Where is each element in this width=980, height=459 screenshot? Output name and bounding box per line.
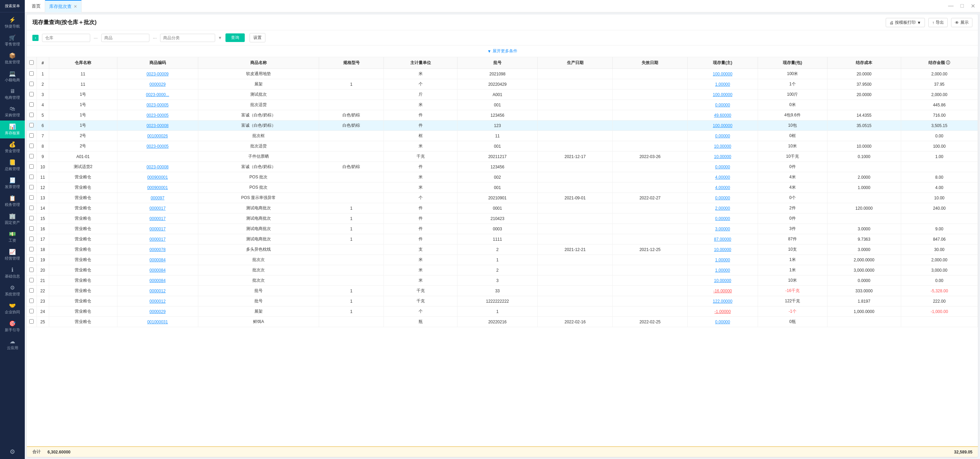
tab-home[interactable]: 首页 bbox=[27, 0, 45, 13]
table-container[interactable]: # 仓库名称 商品编码 商品名称 规格型号 主计量单位 批号 生产日期 失效日期… bbox=[27, 57, 978, 446]
category-dropdown-icon[interactable]: ▼ bbox=[218, 35, 222, 40]
expand-conditions-button[interactable]: ▼ 展开更多条件 bbox=[485, 47, 520, 56]
row-qty-main[interactable]: 122.00000 bbox=[687, 296, 757, 306]
row-checkbox[interactable] bbox=[29, 185, 34, 190]
row-qty-main[interactable]: 4.00000 bbox=[687, 183, 757, 193]
row-qty-main[interactable]: 0.00000 bbox=[687, 214, 757, 224]
row-qty-main[interactable]: 0.00000 bbox=[687, 131, 757, 141]
row-checkbox[interactable] bbox=[29, 309, 34, 313]
table-row[interactable]: 8 2号 0023-00005 批次适货 米 001 10.00000 10米 … bbox=[27, 141, 978, 151]
row-checkbox[interactable] bbox=[29, 113, 34, 117]
tab-close-icon[interactable]: ✕ bbox=[74, 4, 77, 9]
row-checkbox[interactable] bbox=[29, 278, 34, 282]
window-close-button[interactable]: ✕ bbox=[969, 2, 977, 10]
row-code-link[interactable]: 0000017 bbox=[150, 226, 165, 231]
tab-inventory-batch[interactable]: 库存批次查 ✕ bbox=[45, 0, 81, 13]
table-row[interactable]: 12 营业粮仓 000900001 POS 批次 米 001 4.00000 4… bbox=[27, 183, 978, 193]
settings-button[interactable]: 设置 bbox=[250, 33, 266, 42]
row-checkbox[interactable] bbox=[29, 195, 34, 200]
row-code-link[interactable]: 0023-00008 bbox=[146, 164, 169, 169]
table-row[interactable]: 5 1号 0023-00005 富诚（白色/奶棕） 白色/奶棕 件 123456… bbox=[27, 110, 978, 121]
row-qty-main[interactable]: 1.00000 bbox=[687, 255, 757, 265]
table-row[interactable]: 14 营业粮仓 0000017 测试电商批次 1 件 0001 2.00000 … bbox=[27, 203, 978, 214]
table-row[interactable]: 13 营业粮仓 000097 POS 显示率强异常 个 20210901 202… bbox=[27, 193, 978, 203]
row-checkbox[interactable] bbox=[29, 164, 34, 169]
row-qty-main[interactable]: -1.00000 bbox=[687, 306, 757, 317]
sidebar-item-ops[interactable]: 📈 经营管理 bbox=[0, 246, 25, 264]
sidebar-item-tax[interactable]: 📋 税务管理 bbox=[0, 192, 25, 210]
sidebar-item-purchase[interactable]: 🛍 采购管理 bbox=[0, 103, 25, 121]
row-checkbox[interactable] bbox=[29, 154, 34, 158]
category-input[interactable] bbox=[160, 34, 215, 42]
table-row[interactable]: 15 营业粮仓 0000017 测试电商批次 1 件 210423 0.0000… bbox=[27, 214, 978, 224]
row-qty-main[interactable]: 0.00000 bbox=[687, 317, 757, 327]
nav-arrow[interactable]: › bbox=[32, 35, 38, 41]
row-qty-main[interactable]: 10.00000 bbox=[687, 244, 757, 255]
sidebar-item-finance[interactable]: 💰 资金管理 bbox=[0, 139, 25, 156]
sidebar-item-small-ecom[interactable]: 💻 小额电商 bbox=[0, 67, 25, 85]
row-code-link[interactable]: 0023-00005 bbox=[146, 113, 169, 118]
table-row[interactable]: 18 营业粮仓 0000078 多头异色枕线 支 2 2021-12-21 20… bbox=[27, 244, 978, 255]
row-qty-main[interactable]: 1.00000 bbox=[687, 79, 757, 89]
row-code-link[interactable]: 0000017 bbox=[150, 216, 165, 221]
row-code-link[interactable]: 000097 bbox=[151, 196, 165, 201]
sidebar-item-quicknav[interactable]: ⚡ 快捷导航 bbox=[0, 14, 25, 32]
row-qty-main[interactable]: 0.00000 bbox=[687, 162, 757, 172]
row-checkbox[interactable] bbox=[29, 237, 34, 241]
window-minimize-button[interactable]: — bbox=[946, 2, 956, 10]
sidebar-item-basic[interactable]: ℹ 基础信息 bbox=[0, 264, 25, 282]
row-code-link[interactable]: 0000017 bbox=[150, 237, 165, 242]
table-row[interactable]: 10 测试适货2 0023-00008 富诚（白色/奶棕） 白色/奶棕 件 12… bbox=[27, 162, 978, 172]
row-qty-main[interactable]: 10.00000 bbox=[687, 151, 757, 162]
table-row[interactable]: 2 11 0000029 展架 1 个 20220429 1.00000 1个 … bbox=[27, 79, 978, 89]
row-code-link[interactable]: 0000012 bbox=[150, 288, 165, 293]
table-row[interactable]: 7 2号 001000026 批次框 框 11 0.00000 0框 0.00 bbox=[27, 131, 978, 141]
row-code-link[interactable]: 0023-00005 bbox=[146, 144, 169, 149]
row-checkbox[interactable] bbox=[29, 92, 34, 96]
row-checkbox[interactable] bbox=[29, 247, 34, 251]
window-maximize-button[interactable]: □ bbox=[958, 2, 966, 10]
row-checkbox[interactable] bbox=[29, 71, 34, 76]
table-row[interactable]: 1 11 0023-00009 软皮通用地垫 米 2021098 100.000… bbox=[27, 69, 978, 79]
row-code-link[interactable]: 0000012 bbox=[150, 299, 165, 304]
table-row[interactable]: 21 营业粮仓 0000084 批次次 米 3 10.00000 10米 0.0… bbox=[27, 276, 978, 286]
table-row[interactable]: 17 营业粮仓 0000017 测试电商批次 1 件 1111 87.00000… bbox=[27, 234, 978, 244]
row-qty-main[interactable]: 0.00000 bbox=[687, 193, 757, 203]
sidebar-item-ledger[interactable]: 📒 总账管理 bbox=[0, 156, 25, 174]
row-code-link[interactable]: 0000078 bbox=[150, 247, 165, 252]
table-row[interactable]: 3 1号 0023-0000... 测试批次 斤 A001 100.00000 … bbox=[27, 89, 978, 100]
row-code-link[interactable]: 0000084 bbox=[150, 278, 165, 283]
sidebar-item-assets[interactable]: 🏢 固定资产 bbox=[0, 210, 25, 228]
row-qty-main[interactable]: 3.00000 bbox=[687, 224, 757, 234]
row-code-link[interactable]: 0000084 bbox=[150, 268, 165, 273]
row-qty-main[interactable]: 49.60000 bbox=[687, 110, 757, 121]
table-row[interactable]: 24 营业粮仓 0000029 展架 1 个 1 -1.00000 -1个 1,… bbox=[27, 306, 978, 317]
sidebar-item-collab[interactable]: 🤝 企业协同 bbox=[0, 300, 25, 317]
row-qty-main[interactable]: 4.00000 bbox=[687, 172, 757, 183]
row-code-link[interactable]: 0000029 bbox=[150, 309, 165, 314]
row-checkbox[interactable] bbox=[29, 123, 34, 128]
table-row[interactable]: 19 营业粮仓 0000084 批次次 米 1 1.00000 1米 2,000… bbox=[27, 255, 978, 265]
row-qty-main[interactable]: 100.00000 bbox=[687, 121, 757, 131]
sidebar-item-salary[interactable]: 💵 工资 bbox=[0, 228, 25, 246]
row-checkbox[interactable] bbox=[29, 81, 34, 86]
sidebar-item-system[interactable]: ⚙ 系统管理 bbox=[0, 282, 25, 300]
row-qty-main[interactable]: 1.00000 bbox=[687, 265, 757, 276]
row-checkbox[interactable] bbox=[29, 216, 34, 220]
row-checkbox[interactable] bbox=[29, 133, 34, 138]
display-button[interactable]: 👁 展示 bbox=[951, 18, 972, 27]
row-qty-main[interactable]: 100.00000 bbox=[687, 89, 757, 100]
row-code-link[interactable]: 000900001 bbox=[147, 185, 168, 190]
sidebar-item-retail[interactable]: 🛒 零售管理 bbox=[0, 32, 25, 49]
row-code-link[interactable]: 0023-0000... bbox=[146, 92, 169, 97]
table-row[interactable]: 16 营业粮仓 0000017 测试电商批次 1 件 0003 3.00000 … bbox=[27, 224, 978, 234]
row-checkbox[interactable] bbox=[29, 226, 34, 231]
row-code-link[interactable]: 001000026 bbox=[147, 134, 168, 139]
row-checkbox[interactable] bbox=[29, 143, 34, 148]
sidebar-item-ecom[interactable]: 🖥 电商管理 bbox=[0, 85, 25, 103]
row-qty-main[interactable]: 10.00000 bbox=[687, 276, 757, 286]
row-qty-main[interactable]: -16.00000 bbox=[687, 286, 757, 296]
row-code-link[interactable]: 0000029 bbox=[150, 82, 165, 87]
row-code-link[interactable]: 001000031 bbox=[147, 320, 168, 324]
row-checkbox[interactable] bbox=[29, 206, 34, 210]
